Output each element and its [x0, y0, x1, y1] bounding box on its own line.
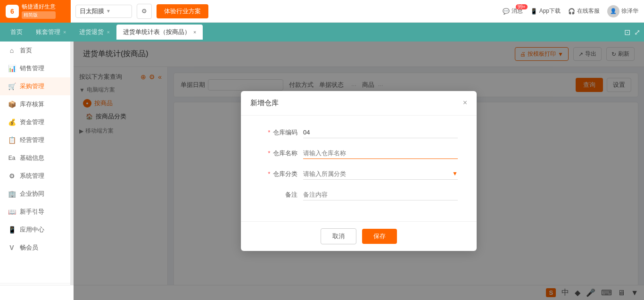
sidebar-item-apps-label: 应用中心 — [20, 225, 44, 234]
name-input[interactable] — [303, 148, 458, 159]
sidebar-item-apps[interactable]: 📱 应用中心 — [0, 221, 70, 239]
sidebar-item-finance[interactable]: 💰 资金管理 — [0, 113, 70, 131]
membership-icon: V — [8, 244, 16, 251]
sidebar: ⌂ 首页 📊 销售管理 🛒 采购管理 📦 库存核算 💰 资金管理 📋 经营管理 … — [0, 42, 71, 300]
operations-icon: 📋 — [8, 136, 16, 144]
headset-icon: 🎧 — [568, 8, 575, 15]
tab-minimize-icon[interactable]: ⊡ — [624, 28, 630, 37]
category-chevron-icon[interactable]: ▼ — [452, 170, 458, 177]
tab-home-label: 首页 — [10, 28, 23, 36]
basic-info-icon: Ea — [8, 155, 16, 161]
category-label: * 仓库分类 — [260, 170, 297, 178]
dialog-title: 新增仓库 — [250, 99, 279, 108]
code-label: * 仓库编码 — [260, 128, 297, 137]
sidebar-item-sales[interactable]: 📊 销售管理 — [0, 59, 70, 77]
brand-name: 畅捷通好生意 — [22, 3, 56, 11]
dialog-header: 新增仓库 × — [241, 91, 477, 116]
sidebar-item-membership[interactable]: V 畅会员 — [0, 239, 70, 257]
apps-icon: 📱 — [8, 226, 16, 233]
finance-icon: 💰 — [8, 118, 16, 126]
messages-button[interactable]: 💬 消息 99+ — [503, 7, 523, 15]
home-icon: ⌂ — [8, 47, 16, 54]
sidebar-item-basic-info-label: 基础信息 — [20, 154, 44, 162]
online-service-button[interactable]: 🎧 在线客服 — [568, 7, 600, 15]
required-mark-code: * — [268, 129, 270, 136]
note-form-row: 备注 — [260, 189, 458, 200]
brand-badge: 精简版 — [22, 11, 56, 19]
message-icon: 💬 — [503, 8, 510, 15]
sidebar-item-operations[interactable]: 📋 经营管理 — [0, 131, 70, 149]
sidebar-item-home-label: 首页 — [20, 46, 32, 55]
required-mark-name: * — [268, 150, 270, 157]
system-icon: ⚙ — [8, 172, 16, 180]
dialog-body: * 仓库编码 * 仓库名称 — [241, 116, 477, 221]
tab-account-close-icon[interactable]: × — [63, 29, 66, 35]
tab-stats-label: 进货单统计表（按商品） — [123, 28, 190, 36]
settings-button[interactable]: ⚙ — [137, 4, 152, 19]
inventory-icon: 📦 — [8, 100, 16, 108]
phone-icon: 📱 — [530, 8, 537, 15]
purchase-icon: 🛒 — [8, 83, 16, 90]
user-menu-button[interactable]: 👤 徐泽华 — [607, 5, 638, 17]
header-right: 💬 消息 99+ 📱 App下载 🎧 在线客服 👤 徐泽华 — [503, 5, 638, 17]
sidebar-item-newbie-label: 新手引导 — [20, 208, 44, 216]
content-area: 进货单统计(按商品) 🖨 按模板打印 ▼ ↗ 导出 ↻ 刷新 — [74, 42, 644, 300]
app-download-button[interactable]: 📱 App下载 — [530, 7, 561, 15]
tab-return-close-icon[interactable]: × — [107, 29, 109, 35]
logo-icon: 6 — [6, 5, 19, 18]
category-form-row: * 仓库分类 ▼ — [260, 168, 458, 180]
sidebar-item-system[interactable]: ⚙ 系统管理 — [0, 167, 70, 185]
store-selector[interactable]: 日太阳膜 ▼ — [75, 5, 132, 18]
sales-icon: 📊 — [8, 65, 16, 72]
newbie-icon: 📖 — [8, 208, 16, 216]
sidebar-item-purchase-label: 采购管理 — [20, 82, 44, 91]
tab-return-label: 进货退货 — [79, 28, 104, 36]
tab-stats-close-icon[interactable]: × — [193, 29, 196, 35]
tab-expand-icon[interactable]: ⤢ — [634, 28, 640, 37]
save-button[interactable]: 保存 — [362, 229, 397, 244]
store-name: 日太阳膜 — [80, 7, 104, 16]
required-mark-category: * — [268, 170, 270, 177]
dialog-footer: 取消 保存 — [241, 221, 477, 251]
logo-text-group: 畅捷通好生意 精简版 — [22, 3, 56, 19]
sidebar-item-operations-label: 经营管理 — [20, 136, 44, 144]
sidebar-item-newbie[interactable]: 📖 新手引导 — [0, 203, 70, 221]
tab-home[interactable]: 首页 — [4, 25, 29, 40]
tab-account[interactable]: 账套管理 × — [29, 25, 73, 40]
sidebar-item-system-label: 系统管理 — [20, 172, 44, 180]
tab-account-label: 账套管理 — [36, 28, 60, 36]
code-input[interactable] — [303, 127, 458, 138]
category-input[interactable] — [303, 168, 452, 179]
tab-return[interactable]: 进货退货 × — [73, 25, 116, 40]
tab-stats[interactable]: 进货单统计表（按商品） × — [116, 25, 203, 40]
name-form-row: * 仓库名称 — [260, 148, 458, 159]
sidebar-item-home[interactable]: ⌂ 首页 — [0, 42, 70, 59]
user-name: 徐泽华 — [621, 7, 638, 15]
message-badge: 99+ — [516, 4, 528, 9]
sidebar-item-enterprise-label: 企业协同 — [20, 190, 44, 198]
category-select-wrapper: ▼ — [303, 168, 458, 180]
cancel-button[interactable]: 取消 — [321, 228, 356, 244]
name-label: * 仓库名称 — [260, 149, 297, 158]
chevron-down-icon: ▼ — [106, 8, 111, 14]
new-warehouse-dialog: 新增仓库 × * 仓库编码 * — [241, 91, 477, 251]
note-input[interactable] — [303, 189, 458, 200]
sidebar-item-membership-label: 畅会员 — [20, 243, 38, 252]
sidebar-item-sales-label: 销售管理 — [20, 64, 44, 73]
sidebar-item-purchase[interactable]: 🛒 采购管理 — [0, 77, 70, 95]
tab-bar: 首页 账套管理 × 进货退货 × 进货单统计表（按商品） × ⊡ ⤢ — [0, 23, 644, 42]
sidebar-item-inventory[interactable]: 📦 库存核算 — [0, 95, 70, 113]
sidebar-item-finance-label: 资金管理 — [20, 118, 44, 126]
dialog-close-icon[interactable]: × — [463, 99, 467, 107]
avatar: 👤 — [607, 5, 619, 17]
dialog-overlay: 新增仓库 × * 仓库编码 * — [74, 42, 644, 300]
enterprise-icon: 🏢 — [8, 190, 16, 198]
sidebar-item-enterprise[interactable]: 🏢 企业协同 — [0, 185, 70, 203]
logo-area: 6 畅捷通好生意 精简版 — [0, 0, 71, 23]
sidebar-item-inventory-label: 库存核算 — [20, 100, 44, 108]
sidebar-item-basic-info[interactable]: Ea 基础信息 — [0, 149, 70, 167]
tab-bar-actions: ⊡ ⤢ — [624, 28, 640, 37]
note-label: 备注 — [260, 191, 297, 199]
code-form-row: * 仓库编码 — [260, 127, 458, 138]
trial-button[interactable]: 体验行业方案 — [157, 4, 208, 18]
